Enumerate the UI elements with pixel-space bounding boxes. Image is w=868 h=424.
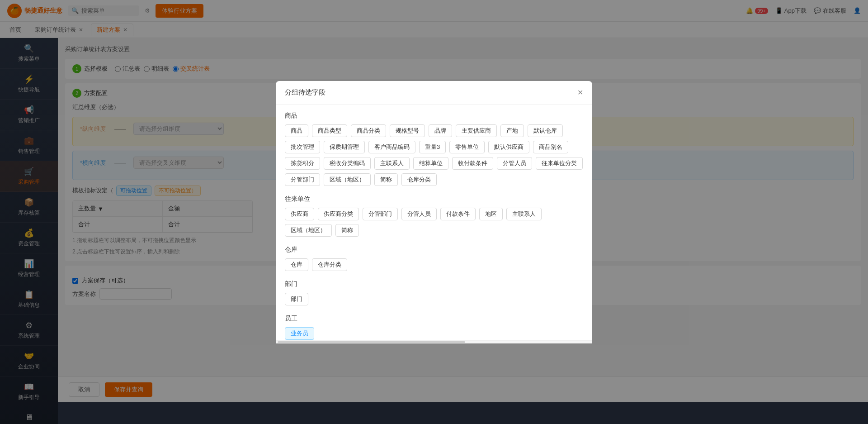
section-goods: 商品 商品 商品类型 商品分类 规格型号 品牌 主要供应商 产地 默认仓库 批次… — [285, 112, 583, 186]
section-counterparty: 往来单位 供应商 供应商分类 分管部门 分管人员 付款条件 地区 主联系人 区域… — [285, 195, 583, 237]
field-cp-area[interactable]: 区域（地区） — [285, 224, 332, 237]
field-goods-batch[interactable]: 批次管理 — [285, 141, 320, 153]
modal-overlay: 分组待选字段 ✕ 商品 商品 商品类型 商品分类 规格型号 品牌 主要供应商 产… — [0, 0, 868, 424]
field-goods-type[interactable]: 商品类型 — [312, 124, 347, 137]
field-cp-supplier-cat[interactable]: 供应商分类 — [318, 208, 359, 220]
field-goods-dept[interactable]: 分管部门 — [285, 173, 320, 186]
field-goods-settlement-unit[interactable]: 结算单位 — [413, 157, 448, 170]
field-goods-region[interactable]: 区域（地区） — [324, 173, 371, 186]
field-goods-default-supplier[interactable]: 默认供应商 — [488, 141, 529, 153]
field-goods-expiry[interactable]: 保质期管理 — [324, 141, 365, 153]
section-warehouse-title: 仓库 — [285, 246, 583, 254]
field-goods-category[interactable]: 商品分类 — [351, 124, 386, 137]
modal-header: 分组待选字段 ✕ — [276, 81, 592, 105]
field-cp-contact[interactable]: 主联系人 — [506, 208, 542, 220]
field-cp-payment[interactable]: 付款条件 — [440, 208, 476, 220]
field-goods-warehouse-cat[interactable]: 仓库分类 — [401, 173, 437, 186]
section-dept-grid: 部门 — [285, 293, 583, 305]
field-cp-dept[interactable]: 分管部门 — [363, 208, 398, 220]
section-counterparty-title: 往来单位 — [285, 195, 583, 203]
modal-hscroll[interactable] — [276, 340, 592, 343]
field-goods-weight[interactable]: 重量3 — [419, 141, 446, 153]
section-dept-title: 部门 — [285, 280, 583, 288]
modal-close-button[interactable]: ✕ — [577, 88, 583, 97]
field-goods-counterparty-cat[interactable]: 往来单位分类 — [536, 157, 583, 170]
field-cp-supplier[interactable]: 供应商 — [285, 208, 314, 220]
field-goods-alias[interactable]: 商品别名 — [533, 141, 568, 153]
field-cp-abbr[interactable]: 简称 — [335, 224, 359, 237]
modal-title: 分组待选字段 — [285, 88, 326, 97]
modal-body: 商品 商品 商品类型 商品分类 规格型号 品牌 主要供应商 产地 默认仓库 批次… — [276, 105, 592, 340]
field-goods-payment-terms[interactable]: 收付款条件 — [452, 157, 493, 170]
field-goods-item[interactable]: 商品 — [285, 124, 308, 137]
section-dept: 部门 部门 — [285, 280, 583, 305]
field-cp-region[interactable]: 地区 — [479, 208, 503, 220]
field-goods-spec[interactable]: 规格型号 — [390, 124, 425, 137]
field-emp-salesperson[interactable]: 业务员 — [285, 327, 314, 340]
field-wh-warehouse[interactable]: 仓库 — [285, 258, 308, 271]
field-goods-origin[interactable]: 产地 — [500, 124, 524, 137]
section-employee-grid: 业务员 — [285, 327, 583, 340]
field-goods-warehouse[interactable]: 默认仓库 — [528, 124, 563, 137]
field-goods-main-contact[interactable]: 主联系人 — [374, 157, 410, 170]
section-counterparty-grid: 供应商 供应商分类 分管部门 分管人员 付款条件 地区 主联系人 区域（地区） … — [285, 208, 583, 237]
field-wh-category[interactable]: 仓库分类 — [312, 258, 347, 271]
field-goods-customer-code[interactable]: 客户商品编码 — [368, 141, 415, 153]
field-goods-pick-score[interactable]: 拣货积分 — [285, 157, 320, 170]
field-goods-tax-code[interactable]: 税收分类编码 — [324, 157, 371, 170]
field-cp-manager[interactable]: 分管人员 — [401, 208, 437, 220]
section-goods-title: 商品 — [285, 112, 583, 120]
section-employee-title: 员工 — [285, 314, 583, 323]
field-goods-retail-unit[interactable]: 零售单位 — [449, 141, 485, 153]
field-goods-abbr[interactable]: 简称 — [374, 173, 398, 186]
hscroll-bar — [278, 341, 465, 343]
field-dept-dept[interactable]: 部门 — [285, 293, 308, 305]
modal: 分组待选字段 ✕ 商品 商品 商品类型 商品分类 规格型号 品牌 主要供应商 产… — [276, 81, 592, 343]
field-goods-brand[interactable]: 品牌 — [429, 124, 452, 137]
section-employee: 员工 业务员 — [285, 314, 583, 340]
section-warehouse-grid: 仓库 仓库分类 — [285, 258, 583, 271]
section-warehouse: 仓库 仓库 仓库分类 — [285, 246, 583, 271]
section-goods-grid: 商品 商品类型 商品分类 规格型号 品牌 主要供应商 产地 默认仓库 批次管理 … — [285, 124, 583, 186]
field-goods-manager[interactable]: 分管人员 — [497, 157, 532, 170]
field-goods-supplier[interactable]: 主要供应商 — [456, 124, 497, 137]
